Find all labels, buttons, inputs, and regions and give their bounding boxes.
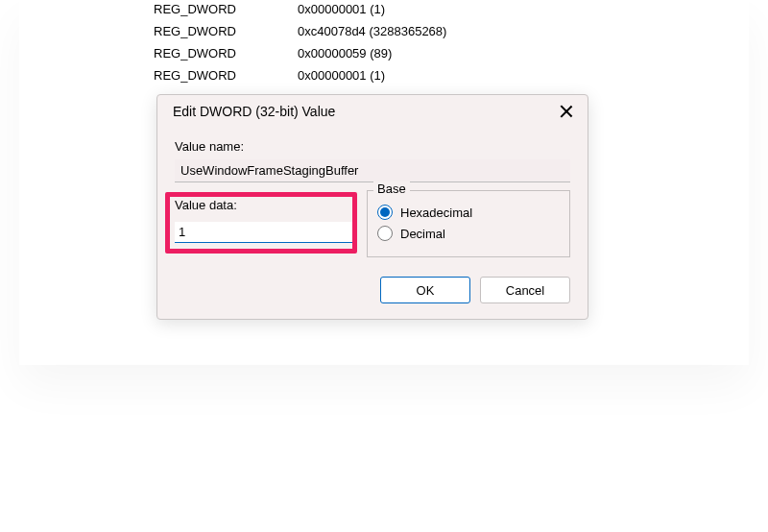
- cell-data: 0x00000001 (1): [298, 68, 547, 83]
- radio-decimal[interactable]: Decimal: [377, 226, 560, 241]
- radio-icon: [377, 205, 393, 220]
- cell-type: REG_DWORD: [154, 68, 298, 83]
- radio-label: Decimal: [400, 227, 445, 241]
- registry-rows: REG_DWORD 0x00000001 (1) REG_DWORD 0xc40…: [154, 0, 547, 83]
- radio-label: Hexadecimal: [400, 206, 472, 220]
- table-row[interactable]: REG_DWORD 0xc40078d4 (3288365268): [154, 24, 547, 38]
- value-data-input[interactable]: [175, 222, 357, 243]
- dialog-title: Edit DWORD (32-bit) Value: [173, 104, 335, 119]
- cell-type: REG_DWORD: [154, 46, 298, 60]
- base-legend: Base: [373, 181, 410, 196]
- table-row[interactable]: REG_DWORD 0x00000059 (89): [154, 46, 547, 60]
- cell-type: REG_DWORD: [154, 24, 298, 38]
- table-row[interactable]: REG_DWORD 0x00000001 (1): [154, 2, 547, 16]
- cancel-button[interactable]: Cancel: [480, 277, 570, 303]
- cell-data: 0xc40078d4 (3288365268): [298, 24, 547, 38]
- cell-data: 0x00000059 (89): [298, 46, 547, 60]
- ok-button[interactable]: OK: [380, 277, 470, 303]
- radio-icon: [377, 226, 393, 241]
- radio-hexadecimal[interactable]: Hexadecimal: [377, 205, 560, 220]
- value-data-label: Value data:: [175, 198, 357, 212]
- value-name-label: Value name:: [175, 139, 570, 154]
- close-icon[interactable]: [559, 104, 574, 119]
- table-row[interactable]: REG_DWORD 0x00000001 (1): [154, 68, 547, 83]
- value-name-input[interactable]: [175, 159, 570, 182]
- cell-data: 0x00000001 (1): [298, 2, 547, 16]
- edit-dword-dialog: Edit DWORD (32-bit) Value Value name: Va…: [156, 94, 588, 320]
- base-group: Base Hexadecimal Decimal: [367, 190, 570, 257]
- dialog-titlebar[interactable]: Edit DWORD (32-bit) Value: [157, 95, 588, 128]
- cell-type: REG_DWORD: [154, 2, 298, 16]
